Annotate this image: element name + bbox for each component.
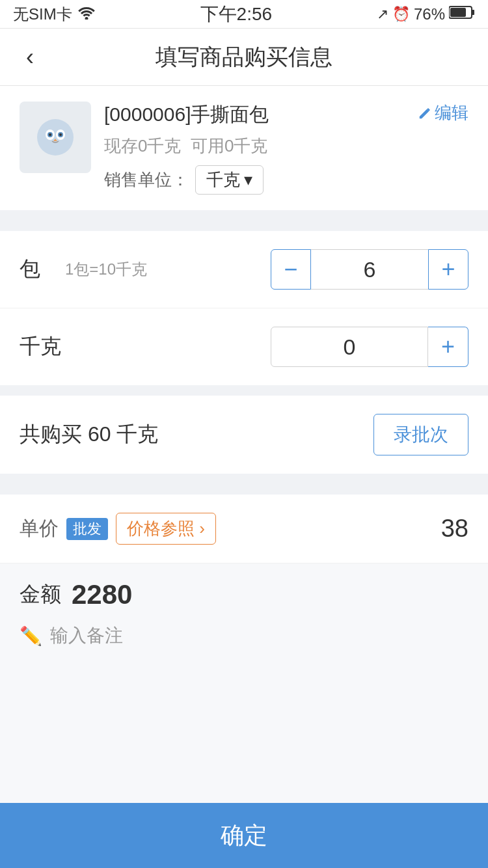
price-row: 单价 批发 价格参照 › 38 [20, 513, 468, 545]
confirm-button[interactable]: 确定 [0, 803, 488, 868]
product-header: [0000006]手撕面包 编辑 [104, 102, 468, 128]
unit-select[interactable]: 千克 ▾ [195, 165, 264, 195]
carrier-label: 无SIM卡 [13, 4, 72, 25]
batch-button[interactable]: 录批次 [373, 414, 468, 455]
battery-icon [449, 5, 475, 23]
location-icon: ↗ [377, 6, 388, 23]
note-placeholder: 输入备注 [50, 623, 123, 648]
confirm-label: 确定 [221, 820, 267, 852]
product-section: [0000006]手撕面包 编辑 现存0千克 可用0千克 销售单位： 千克 ▾ [0, 86, 488, 210]
status-right: ↗ ⏰ 76% [377, 5, 475, 23]
wifi-icon [77, 5, 96, 23]
battery-label: 76% [414, 5, 445, 23]
status-bar: 无SIM卡 下午2:56 ↗ ⏰ 76% [0, 0, 488, 29]
price-label-group: 单价 批发 价格参照 › [20, 513, 216, 545]
package-sublabel: 1包=10千克 [65, 259, 271, 280]
chevron-down-icon: ▾ [244, 170, 252, 190]
package-quantity-input[interactable] [311, 249, 428, 290]
product-info: [0000006]手撕面包 编辑 现存0千克 可用0千克 销售单位： 千克 ▾ [104, 102, 468, 195]
product-name: [0000006]手撕面包 [104, 102, 418, 128]
product-image [20, 102, 91, 173]
price-value: 38 [441, 515, 468, 543]
kg-quantity-input[interactable] [271, 327, 428, 367]
amount-section: 金额 2280 ✏️ 输入备注 [0, 563, 488, 803]
amount-row: 金额 2280 [20, 579, 468, 610]
batch-tag: 批发 [66, 518, 108, 540]
svg-point-8 [49, 133, 51, 136]
product-stock: 现存0千克 可用0千克 [104, 135, 468, 157]
package-quantity-control: − + [271, 249, 468, 290]
kg-quantity-control: + [271, 327, 468, 367]
amount-label: 金额 [20, 580, 61, 609]
alarm-icon: ⏰ [392, 6, 410, 23]
svg-rect-2 [450, 8, 466, 17]
svg-point-9 [59, 133, 62, 136]
divider-2 [0, 484, 488, 495]
svg-rect-1 [472, 10, 474, 15]
divider-1 [0, 221, 488, 231]
status-time: 下午2:56 [200, 2, 273, 27]
package-label: 包 [20, 255, 59, 284]
nav-bar: ‹ 填写商品购买信息 [0, 29, 488, 86]
total-text: 共购买 60 千克 [20, 420, 158, 449]
status-left: 无SIM卡 [13, 4, 96, 25]
kg-row: 千克 + [0, 308, 488, 385]
package-minus-button[interactable]: − [271, 249, 311, 290]
product-unit-row: 销售单位： 千克 ▾ [104, 165, 468, 195]
price-section: 单价 批发 价格参照 › 38 [0, 495, 488, 563]
price-ref-button[interactable]: 价格参照 › [116, 513, 216, 545]
package-row: 包 1包=10千克 − + [0, 231, 488, 308]
edit-button[interactable]: 编辑 [418, 102, 468, 124]
price-label: 单价 [20, 515, 59, 542]
note-row[interactable]: ✏️ 输入备注 [20, 623, 468, 648]
svg-point-3 [37, 119, 74, 156]
package-plus-button[interactable]: + [428, 249, 468, 290]
content: [0000006]手撕面包 编辑 现存0千克 可用0千克 销售单位： 千克 ▾ [0, 86, 488, 803]
total-section: 共购买 60 千克 录批次 [0, 396, 488, 474]
amount-value: 2280 [72, 579, 132, 610]
page-title: 填写商品购买信息 [156, 42, 332, 72]
kg-plus-button[interactable]: + [428, 327, 468, 367]
pencil-icon: ✏️ [20, 625, 42, 647]
input-section: 包 1包=10千克 − + 千克 + [0, 231, 488, 385]
kg-label: 千克 [20, 332, 61, 361]
back-button[interactable]: ‹ [20, 37, 40, 77]
